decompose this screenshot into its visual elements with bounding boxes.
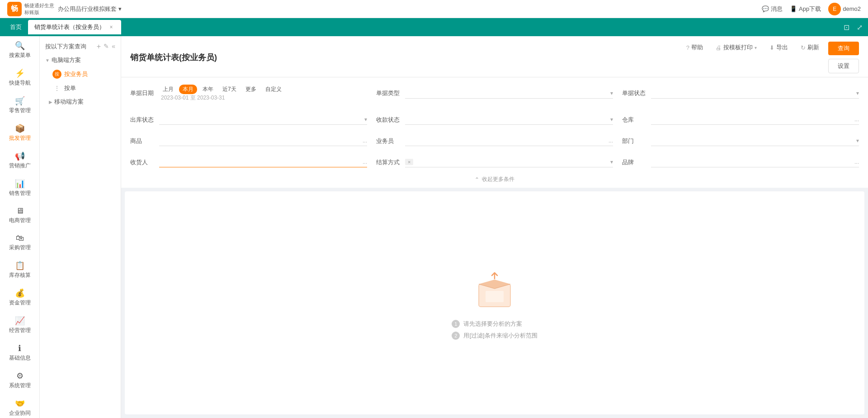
scheme-edit-icon[interactable]: ✎ — [104, 43, 109, 51]
sidebar-item-marketing[interactable]: 📢 营销推广 — [0, 147, 39, 174]
app-selector[interactable]: 办公用品行业模拟账套 ▾ — [58, 5, 122, 13]
settlement-select[interactable]: × ▾ — [405, 157, 613, 167]
date-btn-more[interactable]: 更多 — [242, 85, 260, 94]
sidebar-item-wholesale[interactable]: 📦 批发管理 — [0, 119, 39, 147]
out-status-arrow-icon: ▾ — [364, 116, 367, 123]
sidebar-item-operations[interactable]: 📈 经营管理 — [0, 311, 39, 339]
message-btn[interactable]: 💬 消息 — [762, 5, 783, 13]
warehouse-input[interactable]: ... — [651, 114, 859, 125]
top-bar-left: 畅 畅捷通好生意 标账版 办公用品行业模拟账套 ▾ — [7, 2, 122, 16]
set-button[interactable]: 设置 — [828, 59, 859, 73]
scheme-panel: 按以下方案查询 + ✎ « ▼ 电脑端方案 按 按业务员 ⋮ 按单 — [40, 36, 121, 418]
basic-info-icon: ℹ — [0, 343, 39, 353]
sidebar-item-collab[interactable]: 🤝 企业协同 — [0, 394, 39, 418]
scheme-item-active-icon: 按 — [52, 70, 61, 79]
help-btn[interactable]: ? 帮助 — [683, 42, 707, 53]
query-button[interactable]: 查询 — [828, 42, 859, 55]
dept-select[interactable]: ▾ — [651, 136, 859, 146]
date-btn-this-month[interactable]: 本月 — [179, 85, 197, 94]
refresh-btn[interactable]: ↻ 刷新 — [797, 42, 823, 53]
sidebar-item-ecommerce[interactable]: 🖥 电商管理 — [0, 202, 39, 229]
retail-icon: 🛒 — [0, 96, 39, 106]
sidebar-item-sales[interactable]: 📊 销售管理 — [0, 174, 39, 202]
app-download-btn[interactable]: 📱 App下载 — [790, 5, 821, 13]
top-bar-right: 💬 消息 📱 App下载 E demo2 — [762, 3, 861, 15]
scheme-panel-header: 按以下方案查询 + ✎ « — [40, 40, 121, 53]
collapse-more-btn[interactable]: ⌃ 收起更多条件 — [130, 173, 859, 186]
operations-icon: 📈 — [0, 316, 39, 326]
filter-row-1: 单据日期 上月 本月 本年 近7天 更多 自定义 2023-03-01 至 20… — [130, 77, 859, 109]
filter-date: 单据日期 上月 本月 本年 近7天 更多 自定义 2023-03-01 至 20… — [130, 83, 367, 104]
brand-input[interactable]: ... — [651, 157, 859, 167]
filter-doc-type: 单据类型 ▾ — [376, 83, 613, 104]
dept-arrow-icon: ▾ — [856, 138, 859, 144]
scheme-item-plain-icon: ⋮ — [52, 85, 61, 92]
wholesale-icon: 📦 — [0, 124, 39, 133]
sidebar-item-search[interactable]: 🔍 搜索菜单 — [0, 36, 39, 64]
filter-receipt-status: 收款状态 ▾ — [376, 114, 613, 125]
tab-home[interactable]: 首页 — [4, 20, 28, 34]
scheme-item-by-order[interactable]: ⋮ 按单 — [40, 81, 121, 95]
product-input[interactable]: ... — [159, 136, 367, 146]
print-btn[interactable]: 🖨 按模板打印 ▾ — [712, 42, 760, 53]
hint-1-num: 1 — [452, 320, 460, 328]
logo-icon: 畅 — [7, 2, 22, 16]
filter-row-3: 商品 ... 业务员 ... 部门 — [130, 130, 859, 152]
out-status-select[interactable]: ▾ — [159, 114, 367, 125]
export-btn[interactable]: ⬇ 导出 — [766, 42, 792, 53]
warehouse-dots-icon: ... — [854, 116, 859, 123]
main-content: 销货单统计表(按业务员) ? 帮助 🖨 按模板打印 ▾ ⬇ — [121, 36, 868, 418]
page-actions: ? 帮助 🖨 按模板打印 ▾ ⬇ 导出 ↻ — [683, 42, 823, 53]
tab-restore-icon[interactable]: ⊡ — [842, 21, 851, 33]
doc-status-select[interactable]: ▾ — [651, 88, 859, 99]
sidebar-item-retail[interactable]: 🛒 零售管理 — [0, 91, 39, 119]
tab-close-icon[interactable]: × — [108, 24, 115, 31]
sales-icon: 📊 — [0, 179, 39, 189]
sidebar-item-inventory[interactable]: 📋 库存核算 — [0, 256, 39, 284]
system-icon: ⚙ — [0, 371, 39, 381]
purchase-icon: 🛍 — [0, 233, 39, 243]
date-btn-this-year[interactable]: 本年 — [199, 85, 217, 94]
quicknav-icon: ⚡ — [0, 68, 39, 78]
user-menu[interactable]: E demo2 — [828, 3, 861, 15]
scheme-group-header-mobile[interactable]: ▶ 移动端方案 — [40, 95, 121, 109]
scheme-item-by-salesperson[interactable]: 按 按业务员 — [40, 67, 121, 81]
settlement-arrow-icon: ▾ — [610, 159, 613, 165]
filter-doc-status: 单据状态 ▾ — [622, 83, 859, 104]
date-btn-last-7[interactable]: 近7天 — [219, 85, 240, 94]
empty-hints: 1 请先选择要分析的方案 2 用[过滤]条件来缩小分析范围 — [452, 320, 537, 340]
hint-2-num: 2 — [452, 332, 460, 340]
filter-salesperson: 业务员 ... — [376, 136, 613, 146]
sidebar-item-purchase[interactable]: 🛍 采购管理 — [0, 229, 39, 256]
scheme-collapse-icon[interactable]: « — [112, 43, 115, 51]
consignee-input[interactable]: ... — [159, 157, 367, 167]
sidebar-item-basic-info[interactable]: ℹ 基础信息 — [0, 339, 39, 366]
tab-bar: 首页 销货单统计表（按业务员） × ⊡ ⤢ — [0, 18, 868, 36]
collapse-icon: ⌃ — [475, 176, 479, 183]
salesperson-input[interactable]: ... — [405, 136, 613, 146]
scheme-group-header-desktop[interactable]: ▼ 电脑端方案 — [40, 53, 121, 67]
date-btn-last-month[interactable]: 上月 — [159, 85, 177, 94]
date-btn-custom[interactable]: 自定义 — [262, 85, 285, 94]
date-range-text: 2023-03-01 至 2023-03-31 — [161, 94, 225, 102]
doc-type-select[interactable]: ▾ — [405, 88, 613, 99]
brand-dots-icon: ... — [854, 159, 859, 165]
receipt-status-arrow-icon: ▾ — [610, 116, 613, 123]
filter-brand: 品牌 ... — [622, 157, 859, 167]
tab-sales-stats[interactable]: 销货单统计表（按业务员） × — [28, 20, 121, 34]
settlement-tag-close[interactable]: × — [408, 159, 410, 165]
svg-rect-4 — [486, 291, 504, 302]
sidebar: 🔍 搜索菜单 ⚡ 快捷导航 🛒 零售管理 📦 批发管理 📢 营销推广 📊 销售管… — [0, 36, 40, 418]
ecommerce-icon: 🖥 — [0, 206, 39, 216]
empty-state: 1 请先选择要分析的方案 2 用[过滤]条件来缩小分析范围 — [125, 191, 864, 414]
message-icon: 💬 — [762, 5, 769, 12]
scheme-group-desktop: ▼ 电脑端方案 按 按业务员 ⋮ 按单 — [40, 53, 121, 95]
scheme-add-icon[interactable]: + — [97, 43, 101, 51]
tab-maximize-icon[interactable]: ⤢ — [855, 21, 864, 33]
date-filter-wrap[interactable]: 上月 本月 本年 近7天 更多 自定义 2023-03-01 至 2023-03… — [159, 83, 367, 104]
receipt-status-select[interactable]: ▾ — [405, 114, 613, 125]
sidebar-item-finance[interactable]: 💰 资金管理 — [0, 284, 39, 311]
sidebar-item-quicknav[interactable]: ⚡ 快捷导航 — [0, 64, 39, 91]
tab-bar-actions: ⊡ ⤢ — [842, 21, 864, 33]
sidebar-item-system[interactable]: ⚙ 系统管理 — [0, 366, 39, 394]
